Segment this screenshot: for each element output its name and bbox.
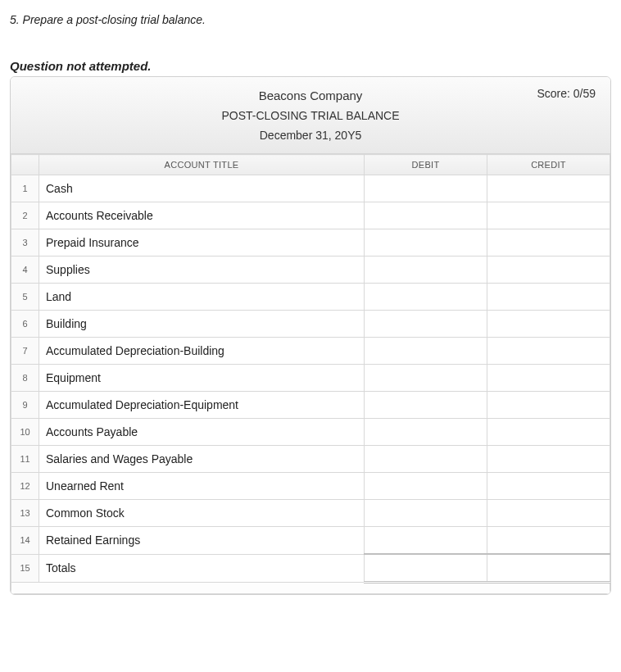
debit-cell <box>365 527 487 555</box>
debit-cell <box>365 365 487 392</box>
credit-cell <box>487 473 610 500</box>
debit-cell <box>365 500 487 527</box>
credit-input[interactable] <box>491 341 606 361</box>
account-title-cell: Supplies <box>39 257 365 284</box>
credit-cell <box>487 527 610 555</box>
account-title-cell: Building <box>39 311 365 338</box>
credit-cell <box>487 365 610 392</box>
row-number: 8 <box>11 365 39 392</box>
debit-input[interactable] <box>368 341 483 361</box>
debit-input[interactable] <box>368 179 483 198</box>
table-row: 1Cash <box>11 175 610 202</box>
account-title-cell: Accumulated Depreciation-Equipment <box>39 392 365 419</box>
credit-input[interactable] <box>491 233 606 252</box>
credit-input[interactable] <box>491 476 606 496</box>
row-number: 7 <box>11 338 39 365</box>
credit-cell <box>487 229 610 257</box>
credit-input[interactable] <box>491 422 606 442</box>
table-row: 10Accounts Payable <box>11 419 610 446</box>
debit-cell <box>365 311 487 338</box>
debit-input[interactable] <box>368 314 483 334</box>
account-title-cell: Accounts Receivable <box>39 202 365 229</box>
trial-balance-table: ACCOUNT TITLE DEBIT CREDIT 1Cash2Account… <box>11 154 610 594</box>
credit-input[interactable] <box>491 314 606 334</box>
debit-input[interactable] <box>368 558 483 578</box>
report-title: POST-CLOSING TRIAL BALANCE <box>19 109 602 122</box>
debit-cell <box>365 392 487 419</box>
account-title-cell: Prepaid Insurance <box>39 229 365 257</box>
account-title-cell: Equipment <box>39 365 365 392</box>
debit-cell <box>365 446 487 473</box>
row-number: 2 <box>11 202 39 229</box>
table-row: 2Accounts Receivable <box>11 202 610 229</box>
row-number: 14 <box>11 527 39 555</box>
credit-cell <box>487 311 610 338</box>
credit-cell <box>487 554 610 583</box>
debit-input[interactable] <box>368 395 483 415</box>
account-title-cell: Land <box>39 284 365 311</box>
credit-input[interactable] <box>491 179 606 198</box>
debit-input[interactable] <box>368 206 483 225</box>
debit-input[interactable] <box>368 422 483 442</box>
table-row: 4Supplies <box>11 257 610 284</box>
debit-input[interactable] <box>368 503 483 523</box>
debit-input[interactable] <box>368 476 483 496</box>
credit-input[interactable] <box>491 503 606 523</box>
table-row: 13Common Stock <box>11 500 610 527</box>
credit-input[interactable] <box>491 260 606 279</box>
company-name: Beacons Company <box>19 89 602 102</box>
account-title-cell: Unearned Rent <box>39 473 365 500</box>
trial-balance-panel: Score: 0/59 Beacons Company POST-CLOSING… <box>10 76 611 595</box>
debit-cell <box>365 338 487 365</box>
report-date: December 31, 20Y5 <box>19 129 602 142</box>
credit-input[interactable] <box>491 449 606 469</box>
header-debit: DEBIT <box>365 155 487 175</box>
credit-cell <box>487 257 610 284</box>
credit-input[interactable] <box>491 558 606 578</box>
credit-cell <box>487 500 610 527</box>
score-display: Score: 0/59 <box>537 87 596 100</box>
credit-cell <box>487 446 610 473</box>
debit-input[interactable] <box>368 233 483 252</box>
debit-cell <box>365 419 487 446</box>
credit-input[interactable] <box>491 368 606 388</box>
table-row: 15Totals <box>11 554 610 583</box>
account-title-cell: Salaries and Wages Payable <box>39 446 365 473</box>
row-number: 10 <box>11 419 39 446</box>
account-title-cell: Accumulated Depreciation-Building <box>39 338 365 365</box>
credit-cell <box>487 284 610 311</box>
debit-input[interactable] <box>368 260 483 279</box>
account-title-cell: Cash <box>39 175 365 202</box>
credit-cell <box>487 419 610 446</box>
debit-input[interactable] <box>368 449 483 469</box>
row-number: 13 <box>11 500 39 527</box>
debit-input[interactable] <box>368 530 483 550</box>
header-blank <box>11 155 39 175</box>
account-title-cell: Accounts Payable <box>39 419 365 446</box>
row-number: 9 <box>11 392 39 419</box>
debit-cell <box>365 257 487 284</box>
row-number: 6 <box>11 311 39 338</box>
row-number: 3 <box>11 229 39 257</box>
debit-cell <box>365 284 487 311</box>
table-row: 14Retained Earnings <box>11 527 610 555</box>
panel-header: Score: 0/59 Beacons Company POST-CLOSING… <box>11 77 610 154</box>
header-account: ACCOUNT TITLE <box>39 155 365 175</box>
table-header-row: ACCOUNT TITLE DEBIT CREDIT <box>11 155 610 175</box>
table-row: 6Building <box>11 311 610 338</box>
attempt-status: Question not attempted. <box>10 59 611 73</box>
debit-input[interactable] <box>368 287 483 306</box>
credit-input[interactable] <box>491 395 606 415</box>
credit-input[interactable] <box>491 287 606 306</box>
row-number: 11 <box>11 446 39 473</box>
row-number: 1 <box>11 175 39 202</box>
debit-input[interactable] <box>368 368 483 388</box>
credit-input[interactable] <box>491 530 606 550</box>
row-number: 15 <box>11 554 39 583</box>
table-row: 3Prepaid Insurance <box>11 229 610 257</box>
table-row: 12Unearned Rent <box>11 473 610 500</box>
table-row: 7Accumulated Depreciation-Building <box>11 338 610 365</box>
account-title-cell: Retained Earnings <box>39 527 365 555</box>
debit-cell <box>365 473 487 500</box>
credit-input[interactable] <box>491 206 606 225</box>
